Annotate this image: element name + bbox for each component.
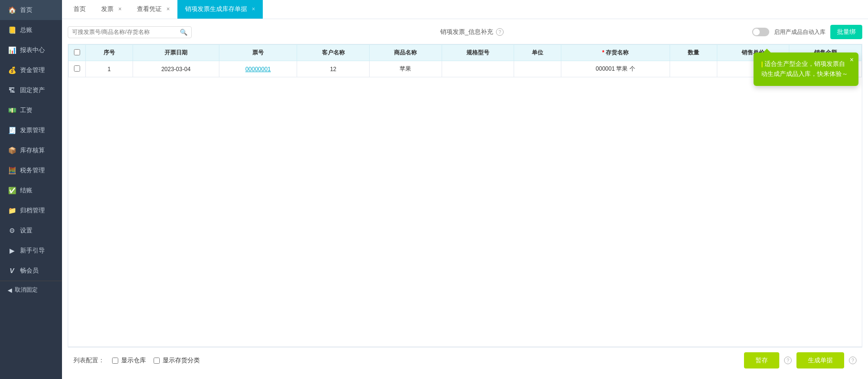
tooltip-popup: × | 适合生产型企业，销项发票自动生成产成品入库，快来体验～ <box>754 53 858 86</box>
tab-invoice[interactable]: 发票 × <box>93 0 129 19</box>
show-warehouse-label: 显示仓库 <box>121 356 146 365</box>
sidebar-item-tax[interactable]: 🧮 税务管理 <box>0 160 62 180</box>
cell-spec <box>442 61 514 77</box>
generate-info-icon[interactable]: ? <box>849 357 857 364</box>
header-checkbox-col <box>69 45 86 61</box>
guide-icon: ▶ <box>8 247 16 254</box>
tab-voucher[interactable]: 查看凭证 × <box>129 0 177 19</box>
select-all-checkbox[interactable] <box>74 49 80 55</box>
header-date: 开票日期 <box>133 45 219 61</box>
sidebar-item-closing[interactable]: ✅ 结账 <box>0 180 62 200</box>
reports-icon: 📊 <box>8 46 16 54</box>
auto-warehouse-toggle[interactable] <box>752 28 769 36</box>
search-icon: 🔍 <box>180 29 187 36</box>
tooltip-text: 适合生产型企业，销项发票自动生成产成品入库，快来体验～ <box>761 60 848 77</box>
header-product: 商品名称 <box>369 45 442 61</box>
header-customer: 客户名称 <box>297 45 370 61</box>
sidebar-unfix[interactable]: ◀ 取消固定 <box>0 281 62 299</box>
ledger-icon: 📒 <box>8 26 16 34</box>
sidebar-item-settings[interactable]: ⚙ 设置 <box>0 221 62 241</box>
cell-product: 苹果 <box>369 61 442 77</box>
inventory-icon: 📦 <box>8 147 16 154</box>
row-checkbox-cell <box>69 61 86 77</box>
tab-generate-inventory-close[interactable]: × <box>252 6 255 12</box>
invoice-icon: 🧾 <box>8 126 16 134</box>
inventory-table: 序号 开票日期 票号 客户名称 商品名称 规格型号 单位 存货名称 数量 销售单… <box>68 44 862 77</box>
bottom-actions: 暂存 ? 生成单据 ? <box>744 352 857 368</box>
bottom-bar: 列表配置： 显示仓库 显示存货分类 暂存 ? 生成单据 ? <box>68 347 862 373</box>
sidebar-item-archive[interactable]: 📁 归档管理 <box>0 200 62 221</box>
show-category-checkbox[interactable] <box>154 358 160 364</box>
home-icon: 🏠 <box>8 6 16 14</box>
assets-icon: 🏗 <box>8 86 16 94</box>
unfix-icon: ◀ <box>8 287 12 294</box>
toggle-track <box>752 28 769 36</box>
cell-unit <box>514 61 561 77</box>
cell-qty <box>670 61 717 77</box>
tooltip-close-btn[interactable]: × <box>850 56 854 63</box>
batch-button[interactable]: 批量绑 <box>830 25 862 39</box>
vip-icon: V <box>8 267 16 274</box>
cell-customer: 12 <box>297 61 370 77</box>
info-icon[interactable]: ? <box>496 28 504 36</box>
search-input[interactable] <box>72 29 180 35</box>
data-table: 序号 开票日期 票号 客户名称 商品名称 规格型号 单位 存货名称 数量 销售单… <box>68 44 862 347</box>
right-controls: 启用产成品自动入库 批量绑 <box>752 25 862 39</box>
settings-icon: ⚙ <box>8 227 16 234</box>
show-warehouse-group: 显示仓库 <box>112 356 146 365</box>
sidebar-item-assets[interactable]: 🏗 固定资产 <box>0 80 62 100</box>
header-ticket: 票号 <box>219 45 297 61</box>
show-warehouse-checkbox[interactable] <box>112 358 118 364</box>
show-category-group: 显示存货分类 <box>154 356 200 365</box>
save-button[interactable]: 暂存 <box>744 352 779 368</box>
tab-voucher-close[interactable]: × <box>166 6 170 12</box>
tab-generate-inventory[interactable]: 销项发票生成库存单据 × <box>177 0 263 19</box>
show-category-label: 显示存货分类 <box>163 356 200 365</box>
toggle-knob <box>753 29 760 35</box>
sidebar-item-funds[interactable]: 💰 资金管理 <box>0 60 62 80</box>
toggle-label: 启用产成品自动入库 <box>774 28 826 36</box>
sidebar-item-invoice[interactable]: 🧾 发票管理 <box>0 120 62 140</box>
header-seq: 序号 <box>86 45 133 61</box>
tab-bar: 首页 发票 × 查看凭证 × 销项发票生成库存单据 × <box>62 0 868 19</box>
cell-date: 2023-03-04 <box>133 61 219 77</box>
tax-icon: 🧮 <box>8 167 16 174</box>
tab-invoice-close[interactable]: × <box>118 6 122 12</box>
cell-inventory: 000001 苹果 个 <box>561 61 670 77</box>
tab-home[interactable]: 首页 <box>66 0 93 19</box>
cell-seq: 1 <box>86 61 133 77</box>
payroll-icon: 💵 <box>8 106 16 114</box>
info-label: 销项发票_信息补充 <box>440 28 493 36</box>
sidebar-item-inventory[interactable]: 📦 库存核算 <box>0 140 62 160</box>
list-config-label: 列表配置： <box>73 356 104 365</box>
table-row: 1 2023-03-04 00000001 12 苹果 000001 苹果 个 … <box>69 61 862 77</box>
sidebar-item-vip[interactable]: V 畅会员 <box>0 261 62 281</box>
sidebar: 🏠 首页 📒 总账 📊 报表中心 💰 资金管理 🏗 固定资产 💵 工资 🧾 发票… <box>0 0 62 379</box>
page-content: 🔍 销项发票_信息补充 ? 启用产成品自动入库 批量绑 <box>62 19 868 379</box>
toolbar-row: 🔍 销项发票_信息补充 ? 启用产成品自动入库 批量绑 <box>68 25 862 39</box>
row-checkbox[interactable] <box>74 65 80 72</box>
main-area: 首页 发票 × 查看凭证 × 销项发票生成库存单据 × 🔍 销项发票_信息补充 … <box>62 0 868 379</box>
closing-icon: ✅ <box>8 187 16 194</box>
header-spec: 规格型号 <box>442 45 514 61</box>
cell-ticket[interactable]: 00000001 <box>219 61 297 77</box>
save-info-icon[interactable]: ? <box>784 357 792 364</box>
table-header-row: 序号 开票日期 票号 客户名称 商品名称 规格型号 单位 存货名称 数量 销售单… <box>69 45 862 61</box>
header-inventory: 存货名称 <box>561 45 670 61</box>
info-section: 销项发票_信息补充 ? <box>440 28 504 36</box>
search-box[interactable]: 🔍 <box>68 26 192 38</box>
archive-icon: 📁 <box>8 207 16 214</box>
header-unit: 单位 <box>514 45 561 61</box>
sidebar-item-ledger[interactable]: 📒 总账 <box>0 20 62 40</box>
funds-icon: 💰 <box>8 66 16 74</box>
sidebar-item-home[interactable]: 🏠 首页 <box>0 0 62 20</box>
sidebar-item-payroll[interactable]: 💵 工资 <box>0 100 62 120</box>
sidebar-item-guide[interactable]: ▶ 新手引导 <box>0 241 62 261</box>
sidebar-item-reports[interactable]: 📊 报表中心 <box>0 40 62 60</box>
header-qty: 数量 <box>670 45 717 61</box>
generate-button[interactable]: 生成单据 <box>796 352 844 368</box>
